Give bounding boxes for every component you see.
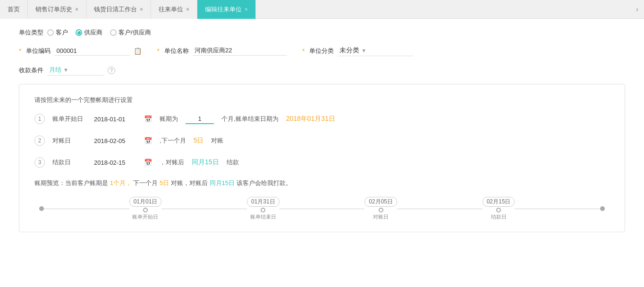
step-3-calendar-icon[interactable]: 📅 xyxy=(144,159,152,166)
tab-sales-history-close[interactable]: × xyxy=(75,6,78,13)
radio-both-label: 客户/供应商 xyxy=(119,28,151,37)
timeline-label-3: 对账日 xyxy=(373,213,389,220)
tab-edit-partner[interactable]: 编辑往来单位 × xyxy=(197,0,256,19)
name-item: * 单位名称 xyxy=(157,46,287,56)
step-2-label: 对账日 xyxy=(52,136,86,145)
preview-suffix: 该客户会给我打款。 xyxy=(237,179,292,186)
preview-prefix: 账期预览：当前客户账期是 xyxy=(34,179,108,186)
timeline-line-1 xyxy=(44,209,129,209)
code-input[interactable] xyxy=(54,46,130,56)
step-1-date: 2018-01-01 xyxy=(94,116,136,123)
tab-edit-partner-label: 编辑往来单位 xyxy=(205,5,242,14)
unit-type-radio-group: 客户 供应商 客户/供应商 xyxy=(47,28,151,37)
tab-cash-workbench-label: 钱货日清工作台 xyxy=(94,5,137,14)
step-3-num: 3 xyxy=(34,157,45,168)
timeline-label-4: 结款日 xyxy=(491,213,507,220)
step-1-period-suffix: 个月,账单结束日期为 xyxy=(221,115,279,123)
timeline-node-4: 02月15日 结款日 xyxy=(483,197,515,220)
code-star: * xyxy=(19,47,21,55)
preview-middle: 对账，对账后 xyxy=(171,179,208,186)
name-star: * xyxy=(157,47,159,55)
timeline-node-2: 01月31日 账单结束日 xyxy=(247,197,280,220)
step-2-num: 2 xyxy=(34,135,45,146)
step-2-desc-prefix: ,下一个月 xyxy=(160,136,186,145)
code-item: * 单位编码 📋 xyxy=(19,46,142,56)
radio-supplier-label: 供应商 xyxy=(84,28,102,37)
step-1-num: 1 xyxy=(34,114,45,124)
step-3-row: 3 结款日 2018-02-15 📅 ，对账后 同月15日 结款 xyxy=(34,157,610,168)
timeline-line-2 xyxy=(161,209,247,209)
payment-select[interactable]: 月结 ▼ xyxy=(47,65,104,76)
step-3-date: 2018-02-15 xyxy=(94,159,136,166)
step-1-calendar-icon[interactable]: 📅 xyxy=(144,115,152,123)
timeline-line-4 xyxy=(397,209,483,209)
timeline-badge-1: 01月01日 xyxy=(129,197,162,207)
timeline-dot-2 xyxy=(261,208,265,212)
timeline-dot-4 xyxy=(496,208,501,212)
name-label: 单位名称 xyxy=(164,47,189,55)
tab-cash-workbench-close[interactable]: × xyxy=(140,6,143,13)
step-1-period-input[interactable] xyxy=(186,114,214,124)
unit-type-label: 单位类型 xyxy=(19,28,43,37)
tab-home[interactable]: 首页 xyxy=(0,0,28,19)
step-2-highlight: 5日 xyxy=(194,136,204,145)
payment-arrow-icon: ▼ xyxy=(63,67,68,73)
category-star: * xyxy=(302,47,305,55)
timeline: 01月01日 账单开始日 01月31日 账单结束日 02月05日 对账日 02月… xyxy=(34,197,610,220)
payment-label: 收款条件 xyxy=(19,66,43,75)
step-3-desc-prefix: ，对账后 xyxy=(160,158,184,167)
tab-sales-history[interactable]: 销售订单历史 × xyxy=(28,0,86,19)
payment-row: 收款条件 月结 ▼ ? xyxy=(19,65,625,76)
category-item: * 单位分类 未分类 ▼ xyxy=(302,45,413,56)
timeline-start-node xyxy=(39,206,44,211)
payment-help-icon[interactable]: ? xyxy=(108,67,115,74)
category-arrow-icon: ▼ xyxy=(361,48,366,53)
radio-customer-label: 客户 xyxy=(56,28,68,37)
unit-type-item: 单位类型 客户 供应商 客户/供应商 xyxy=(19,28,151,37)
settings-box-title: 请按照未来的一个完整帐期进行设置 xyxy=(34,96,610,104)
radio-supplier[interactable]: 供应商 xyxy=(76,28,102,37)
step-1-end-date: 2018年01月31日 xyxy=(286,115,335,123)
radio-customer[interactable]: 客户 xyxy=(47,28,68,37)
tab-edit-partner-close[interactable]: × xyxy=(245,6,248,13)
preview-period-suffix: 下一个月 xyxy=(133,179,158,186)
payment-value: 月结 xyxy=(49,66,61,74)
timeline-start-dot xyxy=(39,206,44,211)
preview-highlight1: 5日 xyxy=(160,179,169,186)
category-label: 单位分类 xyxy=(309,47,334,55)
tab-sales-history-label: 销售订单历史 xyxy=(35,5,72,14)
timeline-dot-1 xyxy=(143,208,148,212)
step-2-desc-suffix: 对账 xyxy=(211,136,223,145)
tab-partner-label: 往来单位 xyxy=(159,5,183,14)
timeline-end-dot xyxy=(600,206,605,211)
timeline-line-3 xyxy=(280,209,365,209)
timeline-line-5 xyxy=(515,209,600,209)
unit-type-row: 单位类型 客户 供应商 客户/供应商 xyxy=(19,28,625,37)
category-select[interactable]: 未分类 ▼ xyxy=(338,45,413,56)
step-2-calendar-icon[interactable]: 📅 xyxy=(144,137,152,144)
preview-text: 账期预览：当前客户账期是 1个月， 下一个月 5日 对账，对账后 同月15日 该… xyxy=(34,179,610,187)
timeline-badge-2: 01月31日 xyxy=(247,197,280,207)
tab-partner[interactable]: 往来单位 × xyxy=(151,0,197,19)
payment-item: 收款条件 月结 ▼ ? xyxy=(19,65,115,76)
timeline-node-3: 02月05日 对账日 xyxy=(364,197,397,220)
settings-box: 请按照未来的一个完整帐期进行设置 1 账单开始日 2018-01-01 📅 账期… xyxy=(19,84,625,232)
main-content: 单位类型 客户 供应商 客户/供应商 * 单位编码 xyxy=(0,19,644,287)
code-name-row: * 单位编码 📋 * 单位名称 * 单位分类 未分类 ▼ xyxy=(19,45,625,56)
step-1-period-prefix: 账期为 xyxy=(160,115,178,123)
tab-partner-close[interactable]: × xyxy=(186,6,189,13)
category-value: 未分类 xyxy=(339,46,359,55)
code-calendar-icon[interactable]: 📋 xyxy=(134,47,142,55)
tab-home-label: 首页 xyxy=(8,5,20,14)
step-1-row: 1 账单开始日 2018-01-01 📅 账期为 个月,账单结束日期为 2018… xyxy=(34,114,610,124)
tab-bar: 首页 销售订单历史 × 钱货日清工作台 × 往来单位 × 编辑往来单位 × › xyxy=(0,0,644,19)
name-input[interactable] xyxy=(193,46,287,56)
tab-cash-workbench[interactable]: 钱货日清工作台 × xyxy=(86,0,151,19)
preview-period: 1个月， xyxy=(110,179,132,186)
tab-more-button[interactable]: › xyxy=(630,5,644,14)
timeline-dot-3 xyxy=(379,208,383,212)
code-label: 单位编码 xyxy=(26,47,51,55)
timeline-end-node xyxy=(600,206,605,211)
step-2-row: 2 对账日 2018-02-05 📅 ,下一个月 5日 对账 xyxy=(34,135,610,146)
radio-both[interactable]: 客户/供应商 xyxy=(110,28,151,37)
